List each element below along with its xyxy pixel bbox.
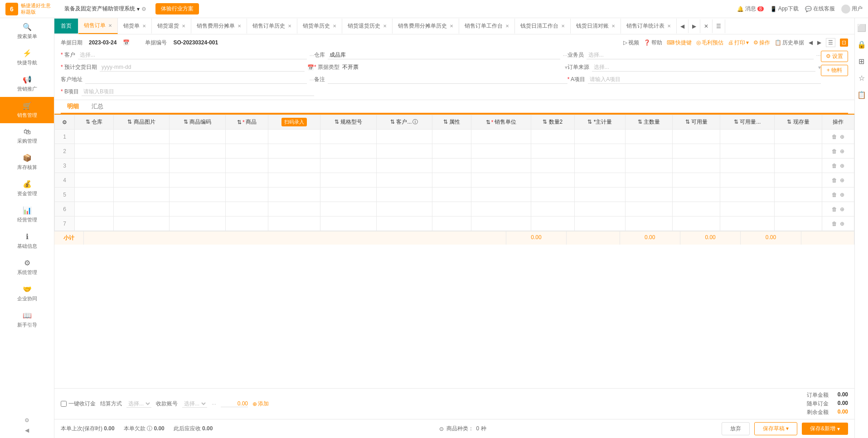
save-new-button[interactable]: 保存&新增 ▾ (802, 423, 848, 435)
tab-prev-btn[interactable]: ◀ (677, 19, 689, 33)
customer-code-cell[interactable] (376, 173, 432, 188)
action-cell[interactable]: 🗑 ⊕ (822, 202, 854, 217)
col-spec-header[interactable]: ⇅ 规格型号 (320, 115, 377, 130)
spec-cell[interactable] (320, 217, 377, 231)
tab-cash-reconcile[interactable]: 钱货日清对账 ✕ (571, 19, 621, 34)
delete-row-icon[interactable]: 🗑 (832, 163, 837, 169)
delete-row-icon[interactable]: 🗑 (832, 206, 837, 212)
col-available2-header[interactable]: ⇅ 可用量... (720, 115, 774, 130)
main-qty-cell[interactable] (625, 159, 673, 173)
main-unit-cell[interactable] (574, 144, 625, 159)
main-unit-cell[interactable] (574, 202, 625, 217)
sidebar-item-guide[interactable]: 📖 新手引导 (0, 307, 54, 333)
sidebar-item-system[interactable]: ⚙ 系统管理 (0, 254, 54, 280)
close-icon[interactable]: ✕ (667, 24, 671, 29)
main-unit-cell[interactable] (574, 159, 625, 173)
gear-icon[interactable]: ⚙ (141, 6, 146, 12)
warehouse-cell[interactable] (75, 202, 114, 217)
payment-method-select[interactable]: 选择... (126, 400, 151, 408)
spec-cell[interactable] (320, 188, 377, 202)
salesman-input[interactable] (587, 51, 814, 59)
salesman-expand-icon[interactable]: ··· (816, 52, 821, 58)
operation-btn[interactable]: ⚙ 操作 (753, 39, 770, 47)
scan-cell[interactable] (268, 188, 320, 202)
available-cell[interactable] (673, 202, 720, 217)
sidebar-item-marketing[interactable]: 📢 营销推广 (0, 71, 54, 97)
customer-code-cell[interactable] (376, 188, 432, 202)
close-icon[interactable]: ✕ (611, 24, 615, 29)
user-item[interactable]: 用户 (841, 5, 863, 14)
right-panel-icon-3[interactable]: ⊞ (857, 55, 866, 67)
main-qty-cell[interactable] (625, 217, 673, 231)
deposit-checkbox-label[interactable]: 一键收订金 (61, 400, 96, 408)
warehouse-cell[interactable] (75, 188, 114, 202)
product-cell[interactable] (225, 144, 268, 159)
image-cell[interactable] (113, 130, 170, 144)
notification-item[interactable]: 🔔 消息 8 (737, 5, 764, 13)
form-view-btn[interactable]: ⊡ (840, 39, 848, 47)
note-input[interactable] (328, 75, 567, 84)
delivery-calendar-icon[interactable]: 📅 (307, 64, 314, 71)
account-select[interactable]: 选择... (182, 400, 207, 408)
close-icon[interactable]: ✕ (333, 24, 336, 29)
delete-row-icon[interactable]: 🗑 (832, 221, 837, 227)
calendar-icon[interactable]: 📅 (123, 39, 130, 46)
product-cell[interactable] (225, 173, 268, 188)
spec-cell[interactable] (320, 173, 377, 188)
tab-return-history[interactable]: 销货退货历史 ✕ (342, 19, 393, 34)
product-cell[interactable] (225, 159, 268, 173)
close-icon[interactable]: ✕ (561, 24, 565, 29)
unit-cell[interactable] (471, 144, 531, 159)
available2-cell[interactable] (720, 173, 774, 188)
image-cell[interactable] (113, 144, 170, 159)
code-cell[interactable] (170, 202, 226, 217)
col-qty2-header[interactable]: ⇅ 数量2 (531, 115, 574, 130)
customer-input[interactable] (78, 51, 307, 59)
online-service-item[interactable]: 💬 在线客服 (805, 5, 835, 13)
col-settings-header[interactable]: ⚙ (55, 115, 75, 130)
col-attr-header[interactable]: ⇅ 属性 (432, 115, 471, 130)
scan-cell[interactable] (268, 173, 320, 188)
right-panel-icon-5[interactable]: 📋 (855, 89, 868, 101)
system-title[interactable]: 装备及固定资产辅助管理系统 ▾ ⚙ (64, 5, 146, 13)
deposit-amount-input[interactable] (221, 400, 248, 407)
close-icon[interactable]: ✕ (450, 24, 453, 29)
warehouse-cell[interactable] (75, 173, 114, 188)
b-project-input[interactable] (82, 87, 314, 96)
col-image-header[interactable]: ⇅ 商品图片 (113, 115, 170, 130)
main-qty-cell[interactable] (625, 202, 673, 217)
unit-cell[interactable] (471, 130, 531, 144)
tab-summary[interactable]: 汇总 (85, 100, 110, 113)
col-available-header[interactable]: ⇅ 可用量 (673, 115, 720, 130)
delete-row-icon[interactable]: 🗑 (832, 134, 837, 140)
qty2-cell[interactable] (531, 173, 574, 188)
stock-cell[interactable] (775, 130, 822, 144)
copy-row-icon[interactable]: ⊕ (840, 206, 844, 212)
code-cell[interactable] (170, 159, 226, 173)
attr-cell[interactable] (432, 188, 471, 202)
image-cell[interactable] (113, 159, 170, 173)
warehouse-cell[interactable] (75, 159, 114, 173)
attr-cell[interactable] (432, 202, 471, 217)
col-main-unit-header[interactable]: ⇅ *主计量 (574, 115, 625, 130)
attr-cell[interactable] (432, 217, 471, 231)
close-icon[interactable]: ✕ (288, 24, 291, 29)
delivery-date-input[interactable] (100, 63, 305, 72)
address-expand-icon[interactable]: ··· (310, 77, 314, 83)
sidebar-item-sales[interactable]: 🛒 销售管理 (0, 97, 54, 123)
sidebar-item-inventory[interactable]: 📦 库存核算 (0, 149, 54, 175)
close-icon[interactable]: ✕ (182, 24, 185, 29)
sidebar-item-basic[interactable]: ℹ 基础信息 (0, 228, 54, 254)
scan-cell[interactable] (268, 144, 320, 159)
qty2-cell[interactable] (531, 217, 574, 231)
action-cell[interactable]: 🗑 ⊕ (822, 217, 854, 231)
next-record-btn[interactable]: ▶ (817, 39, 821, 46)
stock-cell[interactable] (775, 159, 822, 173)
copy-row-icon[interactable]: ⊕ (840, 177, 844, 183)
industry-button[interactable]: 体验行业方案 (155, 3, 199, 14)
col-main-qty-header[interactable]: ⇅ 主数量 (625, 115, 673, 130)
qty2-cell[interactable] (531, 130, 574, 144)
tab-sales-return[interactable]: 销货退货 ✕ (152, 19, 191, 34)
add-material-button[interactable]: + 物料 (821, 65, 848, 76)
add-payment-button[interactable]: ⊕ 添加 (252, 400, 269, 408)
